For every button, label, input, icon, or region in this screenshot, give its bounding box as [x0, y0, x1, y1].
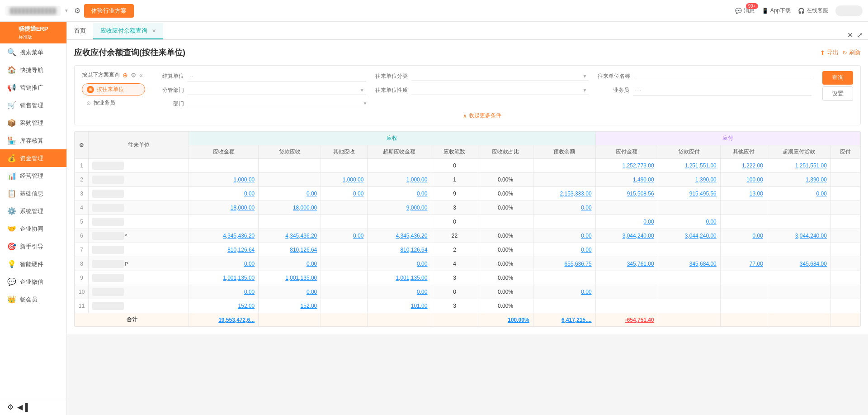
- settings-icon-top[interactable]: ⚙: [74, 6, 80, 15]
- search-icon: 🔍: [7, 48, 16, 57]
- dept-arrow-icon: ▼: [360, 88, 364, 93]
- sidebar-label-hardware: 智能硬件: [20, 260, 43, 268]
- division-input[interactable]: ▼: [188, 99, 369, 108]
- th-settings[interactable]: ⚙: [75, 132, 89, 159]
- row-ratio-5: [478, 215, 533, 229]
- search-panel: 按以下方案查询 ⊕ ⚙ « ⊕ 按往来单位: [74, 65, 861, 125]
- app-download-item[interactable]: 📱 App下载: [762, 7, 791, 14]
- nature-input[interactable]: ▼: [411, 86, 589, 95]
- page-content: 应收应付余额查询(按往来单位) ⬆ 导出 ↻ 刷新: [67, 40, 868, 415]
- sidebar-label-marketing: 营销推广: [20, 84, 43, 92]
- row-company-10: [89, 285, 189, 299]
- table-row: 3 0.00 0.00 0.00 0.00 9 0.00% 2,153,333.…: [75, 187, 860, 201]
- row-ratio-10: 0.00%: [478, 285, 533, 299]
- sidebar-item-purchase[interactable]: 📦 采购管理: [0, 114, 66, 132]
- page-title: 应收应付余额查询(按往来单位): [74, 47, 185, 58]
- collapse-icon[interactable]: ◀▐: [17, 403, 28, 411]
- sidebar-item-member[interactable]: 👑 畅会员: [0, 291, 66, 308]
- sidebar-item-marketing[interactable]: 📢 营销推广: [0, 79, 66, 96]
- sidebar-item-nav[interactable]: 🏠 快捷导航: [0, 61, 66, 79]
- filter-by-company[interactable]: ⊕ 按往来单位: [82, 83, 145, 95]
- sidebar-item-hardware[interactable]: 💡 智能硬件: [0, 255, 66, 273]
- settlement-input[interactable]: ···: [188, 71, 366, 81]
- sidebar-label-inventory: 库存核算: [20, 137, 43, 145]
- sidebar-label-sales: 销售管理: [20, 101, 43, 110]
- sidebar-item-sales[interactable]: 🛒 销售管理: [0, 96, 66, 114]
- field-unit-name: 往来单位名称: [598, 71, 811, 81]
- sidebar-item-search[interactable]: 🔍 搜索菜单: [0, 43, 66, 61]
- row-ratio-4: 0.00%: [478, 201, 533, 215]
- field-label-salesperson: 业务员: [598, 86, 629, 94]
- sidebar-item-guide[interactable]: 🎯 新手引导: [0, 238, 66, 255]
- row-count-10: 0: [431, 285, 478, 299]
- settings-bottom-icon[interactable]: ⚙: [7, 403, 14, 411]
- field-salesperson: 业务员 ···: [598, 85, 811, 95]
- sidebar-item-basic[interactable]: 📋 基础信息: [0, 185, 66, 202]
- user-info[interactable]: [835, 5, 863, 16]
- app-layout: 畅捷通ERP标准版 🔍 搜索菜单 🏠 快捷导航 📢 营销推广 🛒 销售管理 📦 …: [0, 22, 868, 415]
- sidebar-item-collab[interactable]: 🤝 企业协同: [0, 220, 66, 238]
- tab-home[interactable]: 首页: [67, 23, 93, 39]
- tab-close-btn[interactable]: ✕: [152, 28, 156, 33]
- tab-expand-icon[interactable]: ⤢: [857, 31, 863, 39]
- collapse-icon-up: ∧: [463, 113, 467, 119]
- row-ratio-11: 0.00%: [478, 299, 533, 313]
- footer-receivable-amount[interactable]: 19,553,472,6...: [189, 313, 259, 327]
- footer-payable-amount[interactable]: -654,751.40: [595, 313, 658, 327]
- notice-item[interactable]: 💬 消息 99+: [735, 7, 755, 14]
- page-header: 应收应付余额查询(按往来单位) ⬆ 导出 ↻ 刷新: [74, 47, 861, 58]
- add-filter-icon[interactable]: ⊕: [123, 72, 128, 79]
- row-count-3: 9: [431, 187, 478, 201]
- table-row: 6 ^ 4,345,436.20 4,345,436.20 0.00 4,345…: [75, 229, 860, 243]
- refresh-btn[interactable]: ↻ 刷新: [842, 48, 861, 57]
- tab-receivable[interactable]: 应收应付余额查询 ✕: [93, 23, 163, 39]
- sidebar-item-finance[interactable]: 💰 资金管理: [0, 149, 66, 167]
- th-receivable-count: 应收笔数: [431, 145, 478, 159]
- set-btn[interactable]: 设置: [822, 86, 853, 101]
- row-count-8: 4: [431, 257, 478, 271]
- row-company-9: [89, 271, 189, 285]
- footer-advance-balance[interactable]: 6,417,215....: [533, 313, 595, 327]
- table-row: 4 18,000.00 18,000.00 9,000.00 3 0.00% 0…: [75, 201, 860, 215]
- industry-btn[interactable]: 体验行业方案: [84, 4, 134, 18]
- export-btn[interactable]: ⬆ 导出: [820, 48, 839, 57]
- table-row: 9 1,001,135.00 1,001,135.00 1,001,135.00…: [75, 271, 860, 285]
- sidebar-item-wechat[interactable]: 💬 企业微信: [0, 273, 66, 291]
- sidebar-label-collab: 企业协同: [20, 225, 43, 233]
- salesperson-input[interactable]: ···: [633, 85, 811, 95]
- filter-form: 结算单位 ··· 往来单位分类 ▼: [152, 71, 811, 119]
- row-company-11: [89, 299, 189, 313]
- row-count-1: 0: [431, 159, 478, 173]
- breadcrumb: ████████████: [5, 6, 61, 16]
- sidebar-item-inventory[interactable]: 🏪 库存核算: [0, 132, 66, 149]
- row-num-1: 1: [75, 159, 89, 173]
- field-settlement-unit: 结算单位 ···: [152, 71, 366, 81]
- row-count-7: 2: [431, 243, 478, 257]
- collapse-filter-icon[interactable]: «: [139, 72, 143, 79]
- sidebar-item-operations[interactable]: 📊 经营管理: [0, 167, 66, 185]
- row-count-6: 22: [431, 229, 478, 243]
- field-division: 部门 ▼: [152, 99, 369, 108]
- row-num-11: 11: [75, 299, 89, 313]
- row-company-6: ^: [89, 229, 189, 243]
- field-label-name: 往来单位名称: [598, 72, 630, 80]
- th-receivable-ratio: 应收款占比: [478, 145, 533, 159]
- row-company-7: [89, 243, 189, 257]
- row-ratio-1: [478, 159, 533, 173]
- category-input[interactable]: ▼: [411, 72, 589, 81]
- filter-company-icon: ⊕: [87, 86, 94, 93]
- query-btn[interactable]: 查询: [822, 71, 853, 85]
- unit-name-input[interactable]: [634, 74, 811, 78]
- export-icon: ⬆: [820, 49, 825, 56]
- filter-by-staff[interactable]: ⊙ 按业务员: [82, 97, 145, 109]
- collapse-btn[interactable]: ∧ 收起更多条件: [463, 112, 501, 119]
- edit-filter-icon[interactable]: ⚙: [131, 72, 137, 79]
- sidebar-item-system[interactable]: ⚙️ 系统管理: [0, 202, 66, 220]
- online-service-item[interactable]: 🎧 在线客服: [798, 7, 828, 14]
- tab-close-icon[interactable]: ✕: [847, 31, 853, 39]
- system-icon: ⚙️: [7, 207, 16, 215]
- operations-icon: 📊: [7, 172, 16, 180]
- dept-input[interactable]: ▼: [188, 86, 366, 95]
- row-company-2: [89, 173, 189, 187]
- table-row: 7 810,126.64 810,126.64 810,126.64 2 0.0…: [75, 243, 860, 257]
